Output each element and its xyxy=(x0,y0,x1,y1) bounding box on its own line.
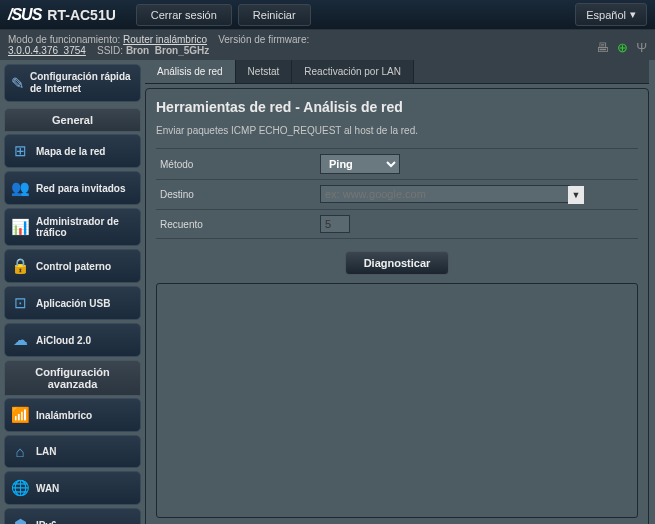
sidebar-advanced-icon-3: ⬢ xyxy=(11,516,29,524)
reboot-button[interactable]: Reiniciar xyxy=(238,4,311,26)
sidebar-general-item-2[interactable]: 📊Administrador de tráfico xyxy=(4,208,141,246)
sidebar-general-icon-3: 🔒 xyxy=(11,257,29,275)
wand-icon: ✎ xyxy=(11,74,24,93)
sidebar-general-item-5[interactable]: ☁AiCloud 2.0 xyxy=(4,323,141,357)
general-section-header: General xyxy=(4,108,141,132)
page-title: Herramientas de red - Análisis de red xyxy=(156,99,638,115)
sidebar-general-icon-5: ☁ xyxy=(11,331,29,349)
sidebar-general-label-0: Mapa de la red xyxy=(36,146,105,157)
tab-bar: Análisis de red Netstat Reactivación por… xyxy=(145,60,649,84)
sidebar-general-icon-2: 📊 xyxy=(11,218,29,236)
method-select[interactable]: Ping xyxy=(320,154,400,174)
sidebar-advanced-item-1[interactable]: ⌂LAN xyxy=(4,435,141,468)
ssid-5g: Bron_5GHz xyxy=(155,45,209,56)
sidebar-advanced-icon-0: 📶 xyxy=(11,406,29,424)
tab-network-analysis[interactable]: Análisis de red xyxy=(145,60,236,83)
tab-wake-on-lan[interactable]: Reactivación por LAN xyxy=(292,60,414,83)
language-label: Español xyxy=(586,9,626,21)
quick-internet-setup[interactable]: ✎ Configuración rápida de Internet xyxy=(4,64,141,102)
model-name: RT-AC51U xyxy=(47,7,115,23)
sidebar-general-label-3: Control paterno xyxy=(36,261,111,272)
usb-icon[interactable]: Ψ xyxy=(636,40,647,55)
sidebar-general-item-1[interactable]: 👥Red para invitados xyxy=(4,171,141,205)
sidebar-advanced-icon-1: ⌂ xyxy=(11,443,29,460)
network-icon[interactable]: ⊕ xyxy=(617,40,628,55)
sidebar-general-icon-4: ⊡ xyxy=(11,294,29,312)
sidebar-general-label-5: AiCloud 2.0 xyxy=(36,335,91,346)
diagnose-button[interactable]: Diagnosticar xyxy=(345,251,450,275)
printer-icon[interactable]: 🖶 xyxy=(596,40,609,55)
operation-mode-link[interactable]: Router inalámbrico xyxy=(123,34,207,45)
sidebar-advanced-label-0: Inalámbrico xyxy=(36,410,92,421)
quick-setup-label: Configuración rápida de Internet xyxy=(30,71,134,95)
logout-button[interactable]: Cerrar sesión xyxy=(136,4,232,26)
sidebar-advanced-icon-2: 🌐 xyxy=(11,479,29,497)
sidebar-advanced-item-2[interactable]: 🌐WAN xyxy=(4,471,141,505)
ssid-24g: Bron xyxy=(126,45,149,56)
status-info: Modo de funcionamiento: Router inalámbri… xyxy=(8,34,596,56)
sidebar-general-item-4[interactable]: ⊡Aplicación USB xyxy=(4,286,141,320)
sidebar-general-item-3[interactable]: 🔒Control paterno xyxy=(4,249,141,283)
sidebar-general-label-1: Red para invitados xyxy=(36,183,125,194)
sidebar-advanced-item-3[interactable]: ⬢IPv6 xyxy=(4,508,141,524)
chevron-down-icon: ▾ xyxy=(630,8,636,21)
sidebar-general-item-0[interactable]: ⊞Mapa de la red xyxy=(4,134,141,168)
method-label: Método xyxy=(156,149,316,180)
sidebar-general-label-4: Aplicación USB xyxy=(36,298,110,309)
tab-netstat[interactable]: Netstat xyxy=(236,60,293,83)
count-label: Recuento xyxy=(156,210,316,239)
target-dropdown-icon[interactable]: ▼ xyxy=(568,186,584,204)
sidebar-advanced-label-1: LAN xyxy=(36,446,57,457)
page-description: Enviar paquetes ICMP ECHO_REQUEST al hos… xyxy=(156,125,638,136)
sidebar-advanced-label-3: IPv6 xyxy=(36,520,57,525)
brand-logo: /SUS xyxy=(8,6,41,24)
sidebar-general-label-2: Administrador de tráfico xyxy=(36,216,134,238)
sidebar-general-icon-0: ⊞ xyxy=(11,142,29,160)
firmware-version-link[interactable]: 3.0.0.4.376_3754 xyxy=(8,45,86,56)
sidebar-advanced-label-2: WAN xyxy=(36,483,59,494)
sidebar-advanced-item-0[interactable]: 📶Inalámbrico xyxy=(4,398,141,432)
sidebar-general-icon-1: 👥 xyxy=(11,179,29,197)
target-label: Destino xyxy=(156,180,316,210)
target-input[interactable] xyxy=(320,185,570,203)
advanced-section-header: Configuración avanzada xyxy=(4,360,141,396)
count-input[interactable] xyxy=(320,215,350,233)
language-select[interactable]: Español ▾ xyxy=(575,3,647,26)
results-area xyxy=(156,283,638,518)
